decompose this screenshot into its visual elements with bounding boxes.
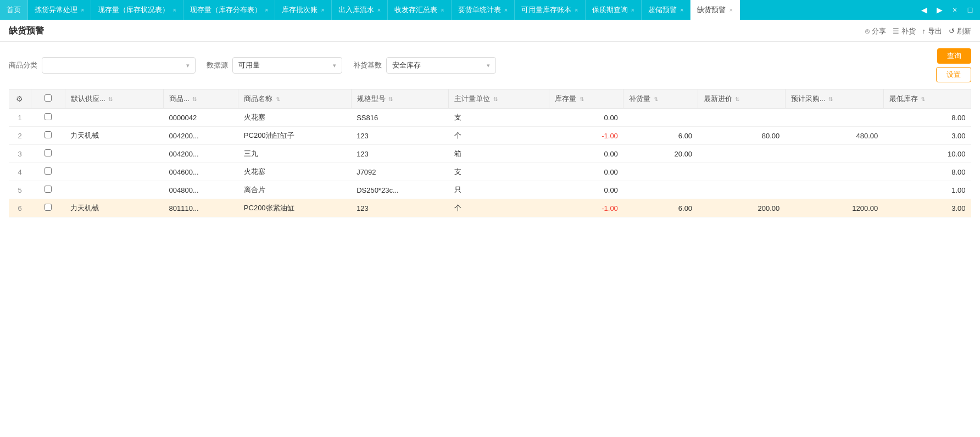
base-filter-group: 补货基数 安全库存 ▾ — [353, 57, 496, 74]
row-checkbox-cell[interactable] — [31, 199, 65, 217]
nav-inout-close[interactable]: × — [377, 7, 381, 13]
row-checkbox[interactable] — [44, 149, 52, 156]
nav-shortage-close[interactable]: × — [729, 7, 732, 13]
table-row: 2 力天机械 004200... PC200油缸缸子 123 个 -1.00 6… — [9, 127, 971, 145]
nav-maximize-btn[interactable]: □ — [962, 2, 978, 18]
row-price: 200.00 — [698, 199, 785, 217]
col-supplier-label: 默认供应... — [71, 94, 105, 103]
row-num: 4 — [9, 163, 31, 181]
row-checkbox-cell[interactable] — [31, 109, 65, 127]
col-plan[interactable]: 预计采购... ⇅ — [785, 89, 883, 109]
col-unit[interactable]: 主计量单位 ⇅ — [449, 89, 549, 109]
table-wrapper: ⚙ 默认供应... ⇅ 商品... ⇅ 商品名称 ⇅ — [0, 89, 980, 217]
col-price[interactable]: 最新进价 ⇅ — [698, 89, 785, 109]
row-num: 1 — [9, 109, 31, 127]
row-supplier — [65, 181, 163, 199]
row-replen: 20.00 — [623, 145, 698, 163]
unit-sort-icon: ⇅ — [493, 96, 498, 102]
col-minstock-label: 最低库存 — [889, 94, 918, 103]
table-header-row: ⚙ 默认供应... ⇅ 商品... ⇅ 商品名称 ⇅ — [9, 89, 971, 109]
nav-batch-close[interactable]: × — [321, 7, 324, 13]
nav-home[interactable]: 首页 — [0, 0, 28, 20]
col-code[interactable]: 商品... ⇅ — [164, 89, 238, 109]
col-price-label: 最新进价 — [704, 94, 732, 103]
category-caret-icon: ▾ — [186, 62, 190, 69]
nav-batch[interactable]: 库存批次账 × — [275, 0, 331, 20]
col-minstock[interactable]: 最低库存 ⇅ — [883, 89, 971, 109]
col-gear[interactable]: ⚙ — [9, 89, 31, 109]
datasource-label: 数据源 — [207, 60, 228, 70]
minstock-sort-icon: ⇅ — [921, 96, 925, 102]
nav-picking-close[interactable]: × — [81, 7, 84, 13]
base-select[interactable]: 安全库存 ▾ — [386, 57, 496, 74]
refresh-label: 刷新 — [957, 26, 971, 36]
datasource-select[interactable]: 可用量 ▾ — [232, 57, 342, 74]
row-checkbox[interactable] — [44, 113, 52, 120]
base-value: 安全库存 — [392, 60, 421, 70]
nav-picking[interactable]: 拣货异常处理 × — [28, 0, 91, 20]
refresh-action[interactable]: ↺ 刷新 — [949, 26, 971, 36]
table-body: 1 0000042 火花塞 SS816 支 0.00 8.00 2 力天机械 0… — [9, 109, 971, 217]
row-replen — [623, 163, 698, 181]
nav-order-close[interactable]: × — [504, 7, 508, 13]
col-replen[interactable]: 补货量 ⇅ — [623, 89, 698, 109]
nav-expiry-close[interactable]: × — [631, 7, 634, 13]
row-checkbox-cell[interactable] — [31, 127, 65, 145]
row-checkbox[interactable] — [44, 186, 52, 193]
settings-button[interactable]: 设置 — [936, 67, 971, 82]
nav-expiry-label: 保质期查询 — [592, 5, 628, 15]
query-button[interactable]: 查询 — [937, 48, 971, 64]
share-action[interactable]: ⎋ 分享 — [865, 26, 886, 36]
col-spec-label: 规格型号 — [357, 94, 386, 103]
nav-stock2[interactable]: 现存量（库存分布表） × — [183, 0, 275, 20]
row-name: 火花塞 — [238, 163, 351, 181]
nav-stock2-close[interactable]: × — [265, 7, 268, 13]
nav-summary-close[interactable]: × — [441, 7, 444, 13]
col-spec[interactable]: 规格型号 ⇅ — [351, 89, 448, 109]
row-plan: 480.00 — [785, 127, 883, 145]
replenish-action[interactable]: ☰ 补货 — [893, 26, 916, 36]
category-select[interactable]: ▾ — [42, 57, 196, 74]
row-replen — [623, 109, 698, 127]
nav-stock1[interactable]: 现存量（库存状况表） × — [91, 0, 183, 20]
nav-next-btn[interactable]: ▶ — [932, 2, 947, 18]
nav-summary[interactable]: 收发存汇总表 × — [388, 0, 451, 20]
nav-overstock-close[interactable]: × — [680, 7, 683, 13]
row-checkbox-cell[interactable] — [31, 145, 65, 163]
col-supplier[interactable]: 默认供应... ⇅ — [65, 89, 163, 109]
row-spec: J7092 — [351, 163, 448, 181]
col-name[interactable]: 商品名称 ⇅ — [238, 89, 351, 109]
row-plan — [785, 109, 883, 127]
row-stock: 0.00 — [549, 181, 623, 199]
nav-available[interactable]: 可用量库存账本 × — [515, 0, 585, 20]
row-checkbox[interactable] — [44, 167, 52, 175]
nav-controls: ◀ ▶ × □ — [914, 2, 980, 18]
row-checkbox-cell[interactable] — [31, 181, 65, 199]
stock-sort-icon: ⇅ — [580, 96, 584, 102]
export-action[interactable]: ↑ 导出 — [922, 26, 943, 36]
col-stock[interactable]: 库存量 ⇅ — [549, 89, 623, 109]
nav-available-close[interactable]: × — [575, 7, 578, 13]
nav-overstock[interactable]: 超储预警 × — [642, 0, 691, 20]
row-unit: 箱 — [449, 145, 549, 163]
select-all-checkbox[interactable] — [44, 94, 52, 102]
row-name: 离合片 — [238, 181, 351, 199]
nav-stock1-close[interactable]: × — [172, 7, 176, 13]
row-stock: 0.00 — [549, 145, 623, 163]
nav-prev-btn[interactable]: ◀ — [916, 2, 932, 18]
nav-shortage[interactable]: 缺货预警 × — [691, 0, 739, 20]
filter-bar: 商品分类 ▾ 数据源 可用量 ▾ 补货基数 安全库存 ▾ 查询 设置 — [0, 42, 980, 89]
nav-inout[interactable]: 出入库流水 × — [332, 0, 388, 20]
row-checkbox[interactable] — [44, 204, 52, 211]
nav-stock2-label: 现存量（库存分布表） — [190, 5, 261, 15]
row-checkbox-cell[interactable] — [31, 163, 65, 181]
nav-order[interactable]: 要货单统计表 × — [452, 0, 515, 20]
nav-inout-label: 出入库流水 — [338, 5, 374, 15]
gear-icon[interactable]: ⚙ — [16, 94, 23, 103]
nav-close-btn[interactable]: × — [947, 2, 962, 18]
export-label: 导出 — [928, 26, 942, 36]
nav-shortage-label: 缺货预警 — [697, 5, 726, 15]
row-checkbox[interactable] — [44, 131, 52, 138]
datasource-caret-icon: ▾ — [333, 62, 336, 69]
nav-expiry[interactable]: 保质期查询 × — [586, 0, 642, 20]
